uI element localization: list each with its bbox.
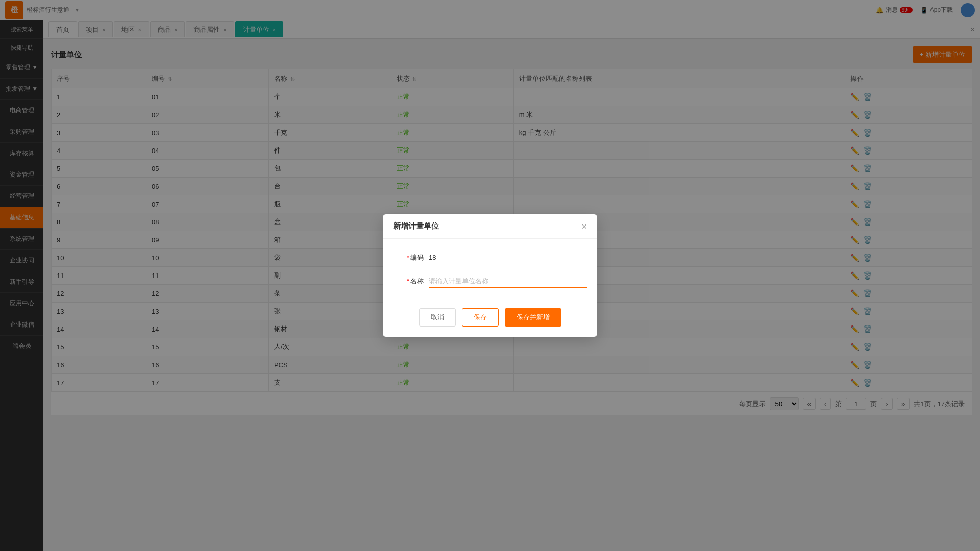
modal-body: 编码 名称 [383,239,597,303]
save-button[interactable]: 保存 [462,308,499,327]
modal-footer: 取消 保存 保存并新增 [383,303,597,337]
name-input[interactable] [429,274,587,288]
code-input[interactable] [429,251,587,264]
code-label: 编码 [393,253,424,262]
add-unit-modal: 新增计量单位 × 编码 名称 取消 保存 保存并新增 [383,214,597,337]
code-form-row: 编码 [393,251,587,264]
name-label: 名称 [393,277,424,286]
modal-close-button[interactable]: × [581,222,587,231]
name-form-row: 名称 [393,274,587,288]
modal-header: 新增计量单位 × [383,214,597,239]
modal-overlay: 新增计量单位 × 编码 名称 取消 保存 保存并新增 [0,0,980,551]
save-and-add-button[interactable]: 保存并新增 [505,308,561,327]
cancel-button[interactable]: 取消 [419,308,456,327]
modal-title: 新增计量单位 [393,221,439,231]
